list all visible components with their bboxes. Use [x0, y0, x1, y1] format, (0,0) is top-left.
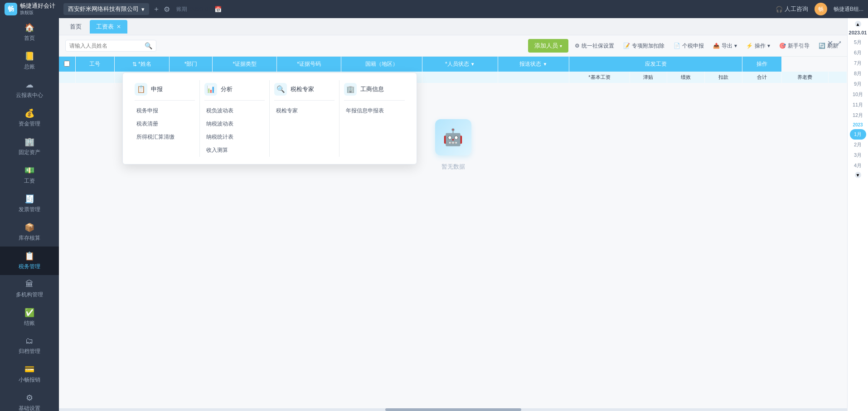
- dropdown-col-biz-info: 🏢 工商信息 年报信息申报表: [339, 80, 409, 157]
- expert-section-icon: 🔍: [274, 83, 287, 96]
- select-all-checkbox[interactable]: [64, 61, 70, 67]
- sidebar-item-multi-org[interactable]: 🏛 多机构管理: [0, 275, 59, 303]
- th-total: 合计: [742, 72, 781, 83]
- invoice-icon: 🧾: [24, 194, 34, 204]
- company-selector[interactable]: 西安虾米网络科技有限公司 ▾: [63, 3, 149, 15]
- sidebar-item-close-account[interactable]: ✅ 结账: [0, 303, 59, 332]
- tab-salary-table[interactable]: 工资表 ✕: [90, 20, 127, 34]
- dropdown-item-tax-table[interactable]: 税表清册: [135, 117, 195, 131]
- th-payroll: 应发工资: [569, 57, 742, 72]
- dropdown-item-annual-report[interactable]: 年报信息申报表: [344, 104, 405, 117]
- month-12[interactable]: 12月: [850, 110, 866, 121]
- company-name: 西安虾米网络科技有限公司: [68, 5, 139, 13]
- month-6[interactable]: 6月: [850, 48, 866, 58]
- sidebar-item-settings[interactable]: ⚙ 基础设置: [0, 388, 59, 411]
- month-3[interactable]: 3月: [850, 150, 866, 160]
- dropdown-item-tax-burden[interactable]: 税负波动表: [204, 104, 265, 117]
- dropdown-section-header-report: 📋 申报: [135, 80, 195, 101]
- month-8[interactable]: 8月: [850, 68, 866, 79]
- sidebar-item-invoice[interactable]: 🧾 发票管理: [0, 189, 59, 218]
- social-security-btn[interactable]: ⚙ 统一社保设置: [572, 40, 617, 52]
- dropdown-section-header-expert: 🔍 税检专家: [274, 80, 335, 101]
- settings-icon[interactable]: ⚙: [164, 5, 170, 14]
- export-btn[interactable]: 📤 导出 ▾: [710, 40, 740, 52]
- sidebar-label-close-account: 结账: [24, 319, 35, 327]
- assets-icon: 🏢: [24, 137, 34, 147]
- th-cert-type: *证据类型: [213, 57, 277, 72]
- period-info: 账期 2023-01 📅: [176, 5, 222, 13]
- sidebar-item-assets[interactable]: 🏢 固定资产: [0, 132, 59, 161]
- expert-section-title: 税检专家: [291, 85, 314, 93]
- sidebar-label-ledger: 总账: [24, 63, 35, 71]
- biz-info-section-icon: 🏢: [344, 83, 357, 96]
- sidebar-item-tax[interactable]: 📋 税务管理: [0, 247, 59, 275]
- dropdown-item-tax-expert[interactable]: 税检专家: [274, 104, 335, 117]
- report-status-filter[interactable]: ▼: [543, 62, 547, 67]
- sidebar-item-archive[interactable]: 🗂 归档管理: [0, 332, 59, 360]
- sidebar-item-inventory[interactable]: 📦 库存核算: [0, 218, 59, 247]
- tab-home[interactable]: 首页: [63, 20, 88, 34]
- scroll-up-btn[interactable]: ▲: [855, 21, 861, 27]
- analysis-section-title: 分析: [221, 85, 233, 93]
- close-window-btn[interactable]: ✕: [827, 39, 833, 48]
- th-nationality: 国籍（地区）: [341, 57, 422, 72]
- month-7[interactable]: 7月: [850, 58, 866, 68]
- month-11[interactable]: 11月: [850, 100, 866, 110]
- dropdown-item-income-estimate[interactable]: 收入测算: [204, 144, 265, 157]
- help-btn[interactable]: 🎧 人工咨询: [776, 5, 808, 13]
- dropdown-menu: 📋 申报 税务申报 税表清册 所得税汇算清缴 📊 分析 税负波动表 纳税波动表 …: [122, 73, 417, 164]
- month-4[interactable]: 4月: [850, 160, 866, 171]
- content-area: ✕ ⤢ 首页 工资表 ✕ 🔍 添加人员 ▾: [59, 18, 847, 411]
- multi-org-icon: 🏛: [25, 280, 34, 289]
- dropdown-item-tax-declare[interactable]: 税务申报: [135, 104, 195, 117]
- sidebar-item-salary[interactable]: 💵 工资: [0, 161, 59, 189]
- toolbar: 🔍 添加人员 ▾ ⚙ 统一社保设置 📝 专项附加扣除 📄 个税申报: [59, 35, 847, 57]
- month-10[interactable]: 10月: [850, 89, 866, 100]
- top-bar: 畅 畅捷通好会计 旗舰版 西安虾米网络科技有限公司 ▾ ＋ ⚙ 账期 2023-…: [0, 0, 868, 18]
- ledger-icon: 📒: [24, 51, 34, 61]
- tax-report-btn[interactable]: 📄 个税申报: [671, 40, 707, 52]
- th-report-status: 报送状态▼: [498, 57, 569, 72]
- dropdown-item-tax-fluctuation[interactable]: 纳税波动表: [204, 117, 265, 131]
- add-company-icon[interactable]: ＋: [153, 5, 160, 14]
- topbar-actions: 🎧 人工咨询 畅 畅捷通B组...: [776, 3, 863, 15]
- sidebar-item-home[interactable]: 🏠 首页: [0, 18, 59, 47]
- month-9[interactable]: 9月: [850, 79, 866, 89]
- scroll-thumb: [385, 408, 521, 411]
- sidebar-item-fund[interactable]: 💰 资金管理: [0, 104, 59, 132]
- username-label: 畅捷通B组...: [834, 5, 863, 13]
- sidebar-label-fund: 资金管理: [19, 120, 40, 128]
- new-guide-btn[interactable]: 🎯 新手引导: [776, 40, 812, 52]
- operation-btn[interactable]: ⚡ 操作 ▾: [743, 40, 773, 52]
- sidebar-item-ledger[interactable]: 📒 总账: [0, 47, 59, 75]
- report-section-icon: 📋: [135, 83, 147, 96]
- sidebar-item-cloud-report[interactable]: ☁ 云报表中心: [0, 75, 59, 104]
- sidebar-label-settings: 基础设置: [19, 405, 40, 411]
- main-layout: 🏠 首页 📒 总账 ☁ 云报表中心 💰 资金管理 🏢 固定资产 💵 工资 🧾 发…: [0, 18, 868, 411]
- month-2[interactable]: 2月: [850, 140, 866, 150]
- tab-close-icon[interactable]: ✕: [116, 24, 121, 30]
- search-input[interactable]: [69, 43, 142, 49]
- right-panel: ▲ 2023.01 5月 6月 7月 8月 9月 10月 11月 12月 202…: [847, 18, 868, 411]
- scroll-down-btn[interactable]: ▼: [855, 172, 861, 178]
- month-1-active[interactable]: 1月: [850, 129, 866, 140]
- month-5[interactable]: 5月: [850, 37, 866, 48]
- right-panel-year-2023: 2023.01: [849, 28, 867, 37]
- add-person-btn[interactable]: 添加人员 ▾: [528, 39, 568, 53]
- special-deduction-btn[interactable]: 📝 专项附加扣除: [621, 40, 667, 52]
- calendar-icon[interactable]: 📅: [214, 6, 222, 13]
- sidebar-item-expense[interactable]: 💳 小畅报销: [0, 360, 59, 388]
- person-status-filter[interactable]: ▼: [470, 62, 475, 67]
- dropdown-item-tax-stats[interactable]: 纳税统计表: [204, 131, 265, 144]
- th-checkbox[interactable]: [59, 57, 75, 72]
- restore-window-btn[interactable]: ⤢: [836, 39, 842, 48]
- add-arrow-icon: ▾: [560, 44, 562, 48]
- sidebar-label-cloud-report: 云报表中心: [16, 92, 43, 99]
- tab-home-label: 首页: [70, 23, 82, 31]
- user-avatar[interactable]: 畅: [815, 3, 827, 15]
- tab-salary-label: 工资表: [96, 23, 114, 31]
- dropdown-item-income-tax[interactable]: 所得税汇算清缴: [135, 131, 195, 144]
- scroll-indicator[interactable]: [59, 408, 847, 411]
- archive-icon: 🗂: [25, 336, 34, 346]
- th-person-status: *人员状态▼: [422, 57, 498, 72]
